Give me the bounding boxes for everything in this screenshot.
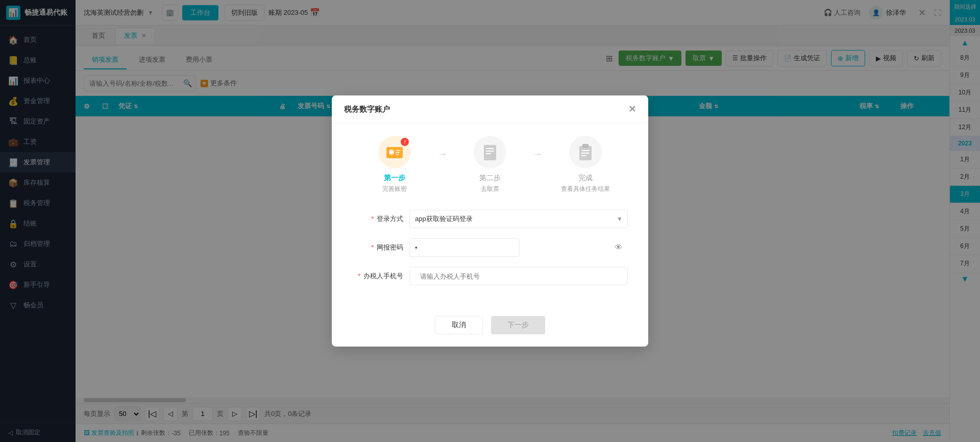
select-dropdown-icon: ▼ — [617, 215, 623, 223]
login-method-select-wrap: app获取验证码登录 ▼ — [409, 210, 628, 228]
svg-rect-5 — [484, 145, 496, 160]
step2-desc: 去取票 — [481, 185, 499, 193]
step3-desc: 查看具体任务结果 — [561, 185, 610, 193]
steps: ! 第一步 完善账密 → — [352, 136, 628, 193]
svg-rect-11 — [581, 150, 590, 151]
svg-rect-4 — [396, 154, 399, 155]
password-input[interactable] — [409, 238, 520, 257]
svg-rect-13 — [581, 155, 586, 156]
login-method-row: * 登录方式 app获取验证码登录 ▼ — [352, 210, 628, 228]
dialog-form: * 登录方式 app获取验证码登录 ▼ * 网报密码 — [352, 210, 628, 285]
clipboard-icon — [575, 142, 596, 162]
password-input-wrap: 👁 — [409, 238, 628, 257]
svg-rect-8 — [486, 153, 491, 154]
step-2: 第二步 去取票 — [448, 136, 533, 193]
svg-point-1 — [389, 150, 394, 155]
step1-icon-wrap: ! — [378, 136, 411, 168]
dialog-overlay: 税务数字账户 ✕ ! — [0, 0, 980, 442]
dialog-close-button[interactable]: ✕ — [628, 104, 636, 115]
password-row: * 网报密码 👁 — [352, 238, 628, 257]
step1-desc: 完善账密 — [382, 185, 407, 193]
dialog-header: 税务数字账户 ✕ — [332, 95, 648, 124]
svg-rect-0 — [386, 147, 403, 158]
cancel-button[interactable]: 取消 — [435, 316, 483, 334]
step3-icon-wrap — [569, 136, 602, 168]
step3-label: 完成 — [578, 174, 593, 183]
dialog-footer: 取消 下一步 — [332, 308, 648, 334]
svg-rect-6 — [486, 148, 494, 149]
password-label: * 网报密码 — [352, 243, 403, 252]
dialog: 税务数字账户 ✕ ! — [332, 95, 648, 347]
step-arrow-1: → — [437, 136, 448, 160]
svg-rect-12 — [581, 153, 590, 154]
step-1: ! 第一步 完善账密 — [352, 136, 437, 193]
phone-input-wrap — [409, 267, 628, 285]
step-arrow-2: → — [532, 136, 543, 160]
svg-rect-7 — [486, 151, 494, 152]
svg-rect-3 — [396, 152, 400, 153]
phone-label: * 办税人手机号 — [352, 272, 403, 281]
login-method-select[interactable]: app获取验证码登录 — [409, 210, 628, 228]
svg-rect-2 — [396, 150, 401, 151]
eye-icon[interactable]: 👁 — [615, 243, 623, 252]
next-button[interactable]: 下一步 — [491, 316, 545, 334]
svg-rect-10 — [582, 144, 589, 148]
step2-label: 第二步 — [479, 174, 501, 183]
step1-label: 第一步 — [384, 174, 405, 183]
dialog-body: ! 第一步 完善账密 → — [332, 124, 648, 308]
step2-icon-wrap — [474, 136, 506, 168]
dialog-title: 税务数字账户 — [344, 105, 390, 114]
receipt-icon — [480, 142, 500, 162]
phone-input[interactable] — [415, 267, 622, 285]
step-3: 完成 查看具体任务结果 — [543, 136, 628, 193]
step1-badge: ! — [401, 138, 409, 146]
login-method-label: * 登录方式 — [352, 214, 403, 224]
phone-row: * 办税人手机号 — [352, 267, 628, 285]
